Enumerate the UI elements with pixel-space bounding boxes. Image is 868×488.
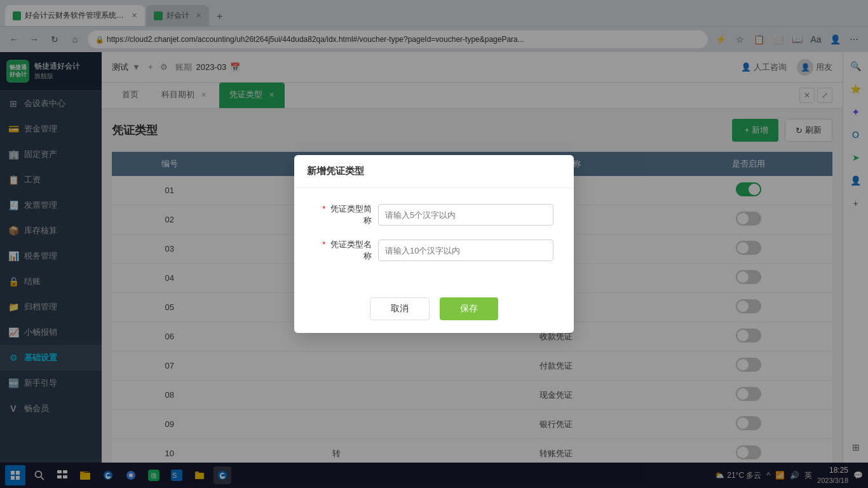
modal-body: * 凭证类型简称 * 凭证类型名称	[294, 188, 574, 290]
modal-cancel-button[interactable]: 取消	[370, 297, 430, 320]
modal-save-button[interactable]: 保存	[440, 297, 498, 320]
required-marker-short: *	[322, 204, 325, 214]
form-row-name: * 凭证类型名称	[315, 239, 553, 262]
field-name-input[interactable]	[378, 240, 553, 261]
modal-header: 新增凭证类型	[294, 155, 574, 188]
cancel-label: 取消	[391, 303, 409, 313]
add-voucher-type-modal: 新增凭证类型 * 凭证类型简称 * 凭证类型名称 取消	[294, 155, 574, 333]
form-row-short: * 凭证类型简称	[315, 203, 553, 226]
field-short-label: * 凭证类型简称	[315, 203, 378, 226]
field-short-input[interactable]	[378, 204, 553, 226]
save-label: 保存	[460, 303, 478, 313]
modal-overlay: 新增凭证类型 * 凭证类型简称 * 凭证类型名称 取消	[0, 0, 868, 488]
required-marker-name: *	[322, 240, 325, 249]
modal-footer: 取消 保存	[294, 290, 574, 333]
field-name-label: * 凭证类型名称	[315, 239, 378, 262]
modal-title: 新增凭证类型	[307, 165, 364, 176]
